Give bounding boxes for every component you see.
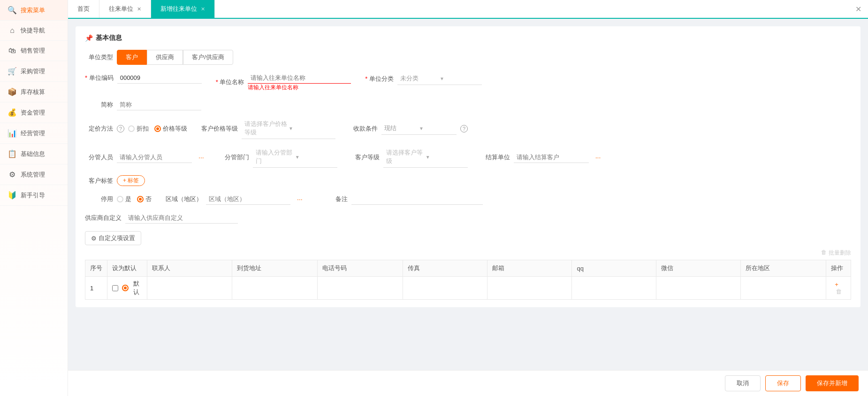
payment-terms-select[interactable]: 现结 ▼ <box>381 122 457 135</box>
sidebar-item-guide[interactable]: 🔰 新手引导 <box>0 185 68 206</box>
btn-customer[interactable]: 客户 <box>117 50 147 65</box>
note-label: 备注 <box>320 195 348 203</box>
unit-category-select[interactable]: 未分类 ▼ <box>397 72 482 85</box>
cell-seq: 1 <box>85 277 107 300</box>
col-region: 所在地区 <box>741 260 826 277</box>
default-radio[interactable]: 默认 <box>122 280 142 296</box>
region-input[interactable] <box>206 194 290 205</box>
tab-close-new-trade-unit[interactable]: ✕ <box>201 6 205 12</box>
phone-input[interactable] <box>322 285 398 292</box>
contact-input[interactable] <box>152 285 227 292</box>
row-region-input[interactable] <box>746 285 821 292</box>
tab-new-trade-unit[interactable]: 新增往来单位 ✕ <box>151 0 215 18</box>
delete-row-btn[interactable]: 🗑 <box>836 288 842 295</box>
add-tag-button[interactable]: + 标签 <box>117 175 145 186</box>
code-name-category-row: 单位编码 单位名称 请输入往来单位名称 单位分类 未分类 <box>85 72 851 92</box>
department-select[interactable]: 请输入分管部门 ▼ <box>253 147 337 168</box>
radio-price-level[interactable]: 价格等级 <box>154 124 187 133</box>
chevron-down-icon: ▼ <box>440 76 479 81</box>
address-input[interactable] <box>237 285 312 292</box>
contacts-table: 序号 设为默认 联系人 到货地址 电话号码 传真 邮箱 qq 微信 所在地区 操… <box>85 260 851 300</box>
sidebar-item-sales[interactable]: 🛍 销售管理 <box>0 41 68 61</box>
tab-trade-units[interactable]: 往来单位 ✕ <box>99 0 151 18</box>
cell-phone[interactable] <box>318 277 403 300</box>
sidebar-item-inventory[interactable]: 📦 库存核算 <box>0 82 68 102</box>
cell-wechat[interactable] <box>656 277 741 300</box>
basic-info-card: 📌 基本信息 单位类型 客户 供应商 客户/供应商 单位编码 <box>76 26 860 307</box>
department-label: 分管部门 <box>221 153 249 162</box>
save-new-button[interactable]: 保存并新增 <box>806 375 859 391</box>
cancel-button[interactable]: 取消 <box>725 375 761 391</box>
note-input[interactable] <box>351 194 483 205</box>
cell-fax[interactable] <box>403 277 487 300</box>
customer-price-level-select[interactable]: 请选择客户价格等级 ▼ <box>242 118 335 139</box>
add-row-btn[interactable]: + <box>835 281 838 288</box>
sidebar-item-finance[interactable]: 💰 资金管理 <box>0 102 68 123</box>
row-checkbox[interactable] <box>112 285 118 291</box>
radio-discount[interactable]: 折扣 <box>128 124 149 133</box>
cell-region[interactable] <box>741 277 826 300</box>
disabled-label: 停用 <box>85 195 113 203</box>
radio-yes[interactable]: 是 <box>117 195 131 203</box>
radio-price-level-circle <box>154 125 161 132</box>
sidebar-item-quicknav[interactable]: ⌂ 快捷导航 <box>0 21 68 41</box>
col-email: 邮箱 <box>487 260 572 277</box>
supplier-custom-input[interactable] <box>125 212 238 224</box>
region-more-btn[interactable]: ··· <box>294 194 305 204</box>
supervisor-more-btn[interactable]: ··· <box>196 153 207 162</box>
sidebar-item-system[interactable]: ⚙ 系统管理 <box>0 164 68 185</box>
disabled-radio-group: 是 否 <box>117 195 152 203</box>
unit-name-input[interactable] <box>248 72 351 84</box>
cell-contact[interactable] <box>147 277 232 300</box>
customer-level-select[interactable]: 请选择客户等级 ▼ <box>383 147 468 168</box>
custom-settings-button[interactable]: ⚙ 自定义项设置 <box>85 231 141 245</box>
sidebar-item-search[interactable]: 🔍 搜索菜单 <box>0 0 68 21</box>
batch-delete-icon: 🗑 <box>821 249 827 257</box>
guide-icon: 🔰 <box>8 191 17 200</box>
col-fax: 传真 <box>403 260 487 277</box>
customer-tag-label: 客户标签 <box>85 177 113 185</box>
abbreviation-group: 简称 <box>85 99 201 110</box>
wechat-input[interactable] <box>661 285 736 292</box>
supervisor-input[interactable] <box>117 152 192 163</box>
sidebar-item-basic[interactable]: 📋 基础信息 <box>0 144 68 164</box>
abbreviation-input[interactable] <box>117 99 201 110</box>
finance-icon: 💰 <box>8 108 17 117</box>
pricing-method-group: 定价方法 ? 折扣 价格等级 <box>85 124 187 133</box>
pricing-help-icon[interactable]: ? <box>117 125 124 132</box>
fax-input[interactable] <box>408 285 482 292</box>
settlement-unit-input[interactable] <box>514 152 589 163</box>
email-input[interactable] <box>492 285 567 292</box>
gear-icon: ⚙ <box>91 235 97 242</box>
batch-delete-button[interactable]: 批量删除 <box>829 249 851 257</box>
unit-code-input[interactable] <box>117 72 202 84</box>
table-header: 序号 设为默认 联系人 到货地址 电话号码 传真 邮箱 qq 微信 所在地区 操… <box>85 260 851 277</box>
save-button[interactable]: 保存 <box>765 375 801 391</box>
col-contact: 联系人 <box>147 260 232 277</box>
supplier-custom-label: 供应商自定义 <box>85 214 122 222</box>
cell-address[interactable] <box>232 277 318 300</box>
close-all-tabs-button[interactable]: ✕ <box>849 5 868 14</box>
btn-both[interactable]: 客户/供应商 <box>183 50 233 65</box>
qq-input[interactable] <box>577 285 651 292</box>
btn-supplier[interactable]: 供应商 <box>147 50 183 65</box>
unit-code-label: 单位编码 <box>85 74 114 82</box>
operation-icon: 📊 <box>8 129 17 138</box>
radio-no[interactable]: 否 <box>137 195 152 203</box>
table-row: 1 默认 <box>85 277 851 300</box>
sidebar-item-operation[interactable]: 📊 经营管理 <box>0 123 68 144</box>
radio-no-circle <box>137 196 144 202</box>
cell-email[interactable] <box>487 277 572 300</box>
unit-code-group: 单位编码 <box>85 72 202 84</box>
col-wechat: 微信 <box>656 260 741 277</box>
supplier-custom-row: 供应商自定义 <box>85 212 851 224</box>
payment-terms-help-icon[interactable]: ? <box>460 125 468 132</box>
sidebar-item-purchase[interactable]: 🛒 采购管理 <box>0 61 68 82</box>
settlement-unit-more-btn[interactable]: ··· <box>593 153 604 162</box>
cell-qq[interactable] <box>572 277 656 300</box>
footer: 取消 保存 保存并新增 <box>68 370 868 396</box>
tab-close-trade-units[interactable]: ✕ <box>137 6 141 12</box>
tab-home[interactable]: 首页 <box>68 0 99 18</box>
pricing-method-label: 定价方法 <box>85 124 113 133</box>
tab-bar: 首页 往来单位 ✕ 新增往来单位 ✕ ✕ <box>68 0 868 19</box>
